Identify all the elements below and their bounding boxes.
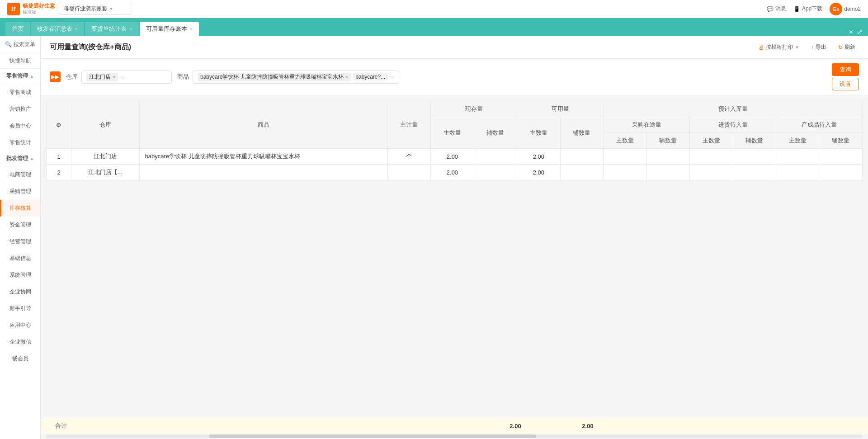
cell-unit-0: 个 — [387, 149, 430, 165]
sidebar-item-ecommerce[interactable]: 电商管理 — [0, 166, 40, 183]
filter-actions: 查询 设置 — [832, 63, 859, 90]
export-label: 导出 — [816, 43, 826, 51]
scroll-thumb[interactable] — [209, 434, 536, 438]
cell-product-main-0 — [776, 149, 819, 165]
filter-warehouse-remove[interactable]: × — [113, 74, 115, 80]
footer-label: 合计 — [50, 422, 72, 430]
sidebar-item-finance-label: 资金管理 — [9, 222, 31, 228]
sidebar-item-marketing-label: 营销推广 — [9, 106, 31, 112]
cell-product-0: babycare学饮杯 儿童防摔防撞吸管杯重力球吸嘴杯宝宝水杯 — [139, 149, 387, 165]
data-table: ⚙ 仓库 商品 主计量 现存量 可用量 预计入库量 主数量 辅数量 主数量 辅数… — [46, 101, 863, 180]
th-unit: 主计量 — [387, 101, 430, 149]
tab-expand-button[interactable]: ⤢ — [857, 28, 863, 36]
export-button[interactable]: ↑ 导出 — [807, 42, 830, 53]
filter-product-remove1[interactable]: × — [345, 74, 348, 80]
tab-close-all-button[interactable]: × — [849, 28, 853, 36]
cell-available-sub-0 — [560, 149, 603, 165]
sidebar-section-wholesale[interactable]: 批发管理 ▲ — [0, 151, 40, 166]
cell-stock-main-0: 2.00 — [431, 149, 474, 165]
sidebar-item-purchase-label: 采购管理 — [9, 188, 31, 194]
cell-product-sub-1 — [819, 165, 863, 180]
th-available-sub: 辅数量 — [560, 117, 603, 149]
org-selector[interactable]: 母婴行业演示账套 ▼ — [59, 3, 131, 15]
sidebar-search-label: 搜索菜单 — [14, 41, 35, 47]
search-icon: 🔍 — [5, 41, 12, 47]
tab-home[interactable]: 首页 — [5, 22, 30, 36]
sidebar-item-marketing[interactable]: 营销推广 — [0, 101, 40, 118]
sidebar-item-member2-label: 畅会员 — [12, 355, 28, 362]
sidebar-quick-nav[interactable]: 快捷导航 — [0, 53, 40, 69]
sidebar-item-inventory[interactable]: 库存核算 — [0, 200, 40, 217]
content-area: 可用量查询(按仓库+商品) 🖨 按模板打印 ▼ ↑ 导出 ↻ 刷新 ▶▶ — [41, 36, 868, 439]
cell-purchase-main-1 — [604, 165, 646, 180]
filter-warehouse-more[interactable]: ··· — [120, 74, 124, 80]
sidebar-item-operation[interactable]: 经营管理 — [0, 233, 40, 250]
tab-order-label: 要货单统计表 — [91, 25, 127, 33]
th-config[interactable]: ⚙ — [47, 101, 71, 149]
th-product-group: 产成品待入量 — [776, 117, 862, 133]
tab-available[interactable]: 可用量库存账本 × — [140, 22, 199, 36]
top-bar-right: 💬 消息 📱 App下载 Ea demo2 — [767, 3, 861, 15]
filter-warehouse-group: 仓库 江北门店 × ··· — [66, 71, 172, 84]
page-actions: 🖨 按模板打印 ▼ ↑ 导出 ↻ 刷新 — [755, 42, 859, 53]
tab-available-close[interactable]: × — [190, 26, 193, 32]
main-layout: 🔍 搜索菜单 快捷导航 零售管理 ▲ 零售商城 营销推广 会员中心 零售统计 批… — [0, 36, 868, 439]
filter-product-input[interactable]: babycare学饮杯 儿童防摔防撞吸管杯重力球吸嘴杯宝宝水杯 × babyca… — [193, 71, 399, 84]
settings-button[interactable]: 设置 — [832, 78, 859, 90]
sidebar-item-retail-label: 零售管理 — [6, 72, 28, 80]
tab-order-close[interactable]: × — [129, 26, 132, 32]
sidebar-item-wechat-label: 企业微信 — [9, 339, 31, 345]
cell-stock-sub-1 — [474, 165, 517, 180]
th-product: 商品 — [139, 101, 387, 149]
chevron-down-icon: ▼ — [109, 6, 113, 11]
query-button[interactable]: 查询 — [832, 63, 859, 76]
print-label: 按模板打印 — [766, 43, 793, 51]
filter-product-value1: babycare学饮杯 儿童防摔防撞吸管杯重力球吸嘴杯宝宝水杯 — [200, 73, 344, 81]
sidebar-item-finance[interactable]: 资金管理 — [0, 217, 40, 233]
tab-receive[interactable]: 收发存汇总表 × — [31, 22, 84, 36]
cell-warehouse-0: 江北门店 — [71, 149, 139, 165]
user-area[interactable]: Ea demo2 — [830, 3, 861, 15]
sidebar-item-operation-label: 经营管理 — [9, 238, 31, 245]
cell-incoming-sub-0 — [733, 149, 776, 165]
tab-receive-close[interactable]: × — [75, 26, 78, 32]
sidebar-item-retail-shop[interactable]: 零售商城 — [0, 84, 40, 101]
sidebar-item-enterprise[interactable]: 企业协同 — [0, 283, 40, 300]
th-incoming-sub: 辅数量 — [733, 133, 776, 149]
filter-warehouse-label: 仓库 — [66, 73, 78, 81]
sidebar-item-guide[interactable]: 新手引导 — [0, 300, 40, 317]
th-available-main: 主数量 — [517, 117, 560, 149]
sidebar-section-retail[interactable]: 零售管理 ▲ — [0, 69, 40, 84]
sidebar-item-retail-stats-label: 零售统计 — [9, 139, 31, 146]
refresh-button[interactable]: ↻ 刷新 — [835, 42, 859, 53]
cell-product-sub-0 — [819, 149, 863, 165]
cell-index-1: 2 — [47, 165, 71, 180]
sidebar-item-retail-stats[interactable]: 零售统计 — [0, 134, 40, 151]
download-button[interactable]: 📱 App下载 — [793, 5, 822, 13]
message-button[interactable]: 💬 消息 — [767, 5, 786, 13]
th-product-sub: 辅数量 — [819, 133, 863, 149]
scroll-track[interactable] — [46, 434, 863, 438]
org-name: 母婴行业演示账套 — [64, 5, 107, 13]
sidebar-item-member2[interactable]: 畅会员 — [0, 350, 40, 367]
print-button[interactable]: 🖨 按模板打印 ▼ — [755, 42, 803, 53]
sidebar-item-appcenter[interactable]: 应用中心 — [0, 317, 40, 334]
tab-order[interactable]: 要货单统计表 × — [85, 22, 138, 36]
cell-stock-sub-0 — [474, 149, 517, 165]
cell-warehouse-1: 江北门店【... — [71, 165, 139, 180]
cell-product-main-1 — [776, 165, 819, 180]
filter-expand-button[interactable]: ▶▶ — [50, 71, 61, 82]
sidebar-item-wechat[interactable]: 企业微信 — [0, 334, 40, 350]
filter-warehouse-input[interactable]: 江北门店 × ··· — [81, 71, 172, 84]
cell-available-main-0: 2.00 — [517, 149, 560, 165]
tab-home-label: 首页 — [12, 25, 24, 33]
sidebar-item-purchase[interactable]: 采购管理 — [0, 183, 40, 200]
sidebar-item-system[interactable]: 系统管理 — [0, 267, 40, 283]
filter-product-more[interactable]: ··· — [390, 74, 394, 80]
sidebar-item-basic[interactable]: 基础信息 — [0, 250, 40, 267]
page-header: 可用量查询(按仓库+商品) 🖨 按模板打印 ▼ ↑ 导出 ↻ 刷新 — [41, 36, 868, 59]
sidebar-item-member[interactable]: 会员中心 — [0, 118, 40, 134]
table-container: ⚙ 仓库 商品 主计量 现存量 可用量 预计入库量 主数量 辅数量 主数量 辅数… — [41, 95, 868, 418]
th-stock-group: 现存量 — [431, 101, 517, 117]
sidebar-search[interactable]: 🔍 搜索菜单 — [0, 36, 40, 53]
